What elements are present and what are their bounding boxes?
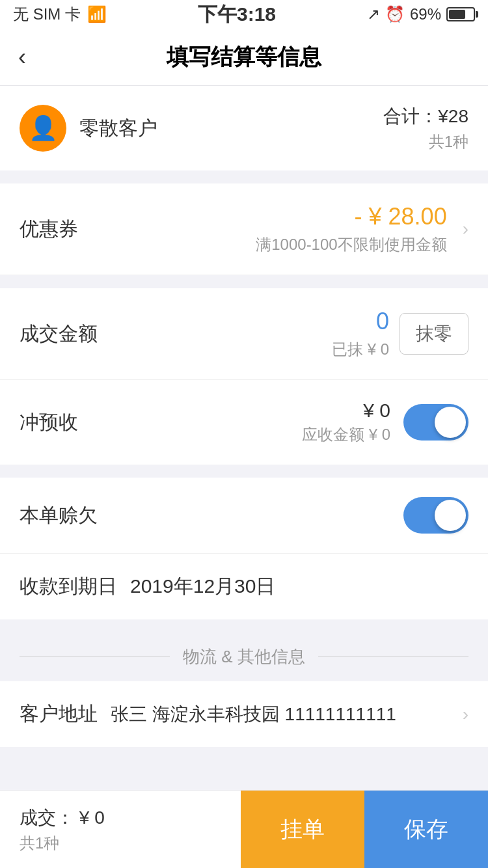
coupon-detail: - ¥ 28.00 满1000-100不限制使用金额 (256, 203, 446, 255)
transaction-row: 成交金额 0 已抹 ¥ 0 抹零 (0, 288, 488, 379)
customer-right: 合计：¥28 共1种 (383, 104, 468, 152)
prepay-receivable: 应收金额 ¥ 0 (302, 424, 390, 445)
avatar: 👤 (20, 105, 66, 152)
chevron-right-icon: › (463, 219, 468, 239)
logistics-title: 物流 & 其他信息 (170, 645, 318, 668)
due-date-value: 2019年12月30日 (130, 573, 275, 600)
deal-label: 成交： (20, 807, 74, 828)
address-row[interactable]: 客户地址 张三 海淀永丰科技园 11111111111 › (0, 681, 488, 747)
transaction-section: 成交金额 0 已抹 ¥ 0 抹零 (0, 288, 488, 379)
back-button[interactable]: ‹ (18, 44, 26, 71)
customer-left: 👤 零散客户 (20, 105, 157, 152)
logistics-divider-right (318, 657, 468, 657)
transaction-label: 成交金额 (20, 321, 98, 347)
erase-button[interactable]: 抹零 (400, 313, 468, 355)
battery-fill (449, 10, 465, 19)
customer-name: 零散客户 (79, 115, 157, 142)
logistics-divider-left (20, 657, 170, 657)
coupon-row[interactable]: 优惠券 - ¥ 28.00 满1000-100不限制使用金额 › (0, 183, 488, 275)
save-button[interactable]: 保存 (364, 791, 488, 869)
divider-2 (0, 275, 488, 288)
transaction-right: 0 已抹 ¥ 0 抹零 (332, 308, 468, 360)
bottom-bar: 成交： ¥ 0 共1种 挂单 保存 (0, 790, 488, 868)
debt-row: 本单赊欠 (0, 478, 488, 553)
logistics-section: 物流 & 其他信息 (0, 632, 488, 681)
hang-button[interactable]: 挂单 (241, 791, 364, 869)
battery-icon (446, 7, 475, 21)
transaction-value: 0 (332, 308, 389, 335)
bottom-info: 成交： ¥ 0 共1种 (0, 806, 241, 854)
bottom-count: 共1种 (20, 833, 221, 854)
wifi-icon: 📶 (87, 5, 107, 23)
erased-label: 已抹 ¥ 0 (332, 339, 389, 360)
bottom-deal: 成交： ¥ 0 (20, 806, 221, 830)
status-right: ↗ ⏰ 69% (367, 5, 475, 23)
status-bar: 无 SIM 卡 📶 下午3:18 ↗ ⏰ 69% (0, 0, 488, 29)
page-title: 填写结算等信息 (167, 42, 321, 72)
toggle-knob (435, 407, 466, 438)
divider-1 (0, 170, 488, 183)
alarm-icon: ⏰ (385, 5, 405, 23)
divider-4 (0, 619, 488, 632)
location-icon: ↗ (367, 5, 380, 23)
due-date-label: 收款到期日 (20, 573, 117, 600)
transaction-detail: 0 已抹 ¥ 0 (332, 308, 389, 360)
debt-toggle[interactable] (403, 497, 468, 534)
prepay-right: ¥ 0 应收金额 ¥ 0 (302, 400, 468, 445)
address-chevron-icon: › (463, 704, 468, 725)
coupon-right: - ¥ 28.00 满1000-100不限制使用金额 › (256, 203, 468, 255)
prepay-amount-detail: ¥ 0 应收金额 ¥ 0 (302, 400, 390, 445)
battery-percent: 69% (410, 5, 441, 23)
status-time: 下午3:18 (198, 1, 276, 28)
deal-amount: ¥ 0 (79, 807, 105, 828)
coupon-description: 满1000-100不限制使用金额 (256, 234, 446, 255)
total-amount: 合计：¥28 (383, 104, 468, 129)
coupon-label: 优惠券 (20, 216, 78, 243)
debt-label: 本单赊欠 (20, 502, 98, 529)
coupon-amount: - ¥ 28.00 (256, 203, 446, 230)
prepay-label: 冲预收 (20, 409, 78, 436)
sim-label: 无 SIM 卡 (13, 4, 81, 25)
prepay-row: 冲预收 ¥ 0 应收金额 ¥ 0 (0, 379, 488, 465)
avatar-icon: 👤 (29, 115, 58, 142)
prepay-amount: ¥ 0 (302, 400, 390, 422)
divider-3 (0, 465, 488, 478)
status-left: 无 SIM 卡 📶 (13, 4, 107, 25)
prepay-toggle[interactable] (403, 404, 468, 441)
total-count: 共1种 (383, 131, 468, 152)
address-value: 张三 海淀永丰科技园 11111111111 (111, 702, 457, 727)
due-date-row: 收款到期日 2019年12月30日 (0, 553, 488, 619)
address-label: 客户地址 (20, 701, 98, 727)
debt-toggle-knob (435, 500, 466, 531)
customer-row: 👤 零散客户 合计：¥28 共1种 (0, 86, 488, 170)
nav-bar: ‹ 填写结算等信息 (0, 29, 488, 86)
